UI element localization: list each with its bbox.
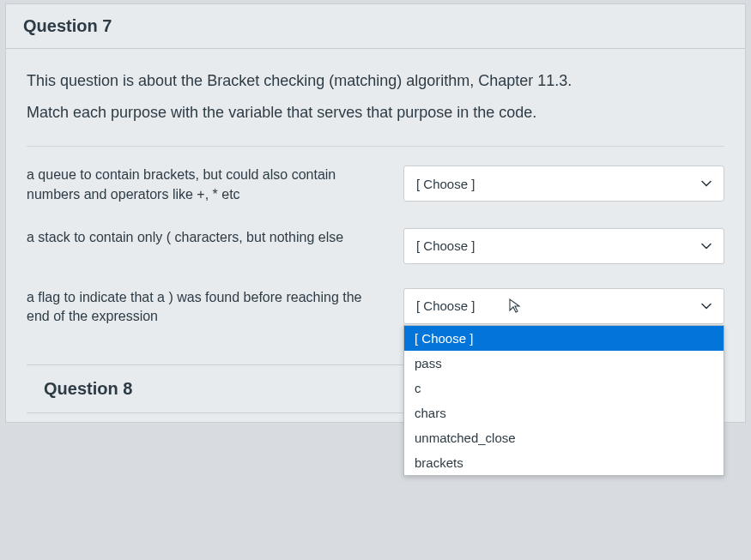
cursor-icon <box>507 298 523 313</box>
choose-dropdown-1[interactable]: [ Choose ] <box>403 166 724 202</box>
select-wrap: [ Choose ] <box>403 228 724 264</box>
select-wrap: [ Choose ] <box>403 166 724 202</box>
match-row: a stack to contain only ( characters, bu… <box>27 216 724 276</box>
chevron-down-icon <box>701 301 712 311</box>
dropdown-option-c[interactable]: c <box>404 376 724 400</box>
dropdown-list: [ Choose ] pass c chars unmatched_close … <box>403 325 724 476</box>
match-label: a stack to contain only ( characters, bu… <box>27 228 403 247</box>
question-7-title: Question 7 <box>6 4 745 49</box>
dropdown-option-chars[interactable]: chars <box>404 400 724 425</box>
chevron-down-icon <box>701 178 712 189</box>
question-7-block: Question 7 This question is about the Br… <box>5 3 746 423</box>
select-wrap: [ Choose ] [ Choose ] pass c chars unmat… <box>403 288 724 324</box>
match-row: a flag to indicate that a ) was found be… <box>27 276 724 339</box>
choose-dropdown-3[interactable]: [ Choose ] <box>403 288 724 324</box>
dropdown-value: [ Choose ] <box>416 238 475 253</box>
question-7-body: This question is about the Bracket check… <box>6 49 745 422</box>
question-7-intro: This question is about the Bracket check… <box>27 68 724 125</box>
choose-dropdown-2[interactable]: [ Choose ] <box>403 228 724 264</box>
chevron-down-icon <box>701 241 712 251</box>
dropdown-value: [ Choose ] <box>416 177 475 191</box>
dropdown-option-choose[interactable]: [ Choose ] <box>404 326 724 351</box>
divider <box>27 146 724 147</box>
intro-line-2: Match each purpose with the variable tha… <box>27 99 724 126</box>
match-label: a flag to indicate that a ) was found be… <box>27 288 403 327</box>
dropdown-option-brackets[interactable]: brackets <box>404 450 724 475</box>
dropdown-option-unmatched-close[interactable]: unmatched_close <box>404 425 724 450</box>
match-label: a queue to contain brackets, but could a… <box>27 166 403 204</box>
match-row: a queue to contain brackets, but could a… <box>27 154 724 216</box>
dropdown-value: [ Choose ] <box>416 298 475 313</box>
intro-line-1: This question is about the Bracket check… <box>27 68 724 94</box>
dropdown-option-pass[interactable]: pass <box>404 351 724 376</box>
